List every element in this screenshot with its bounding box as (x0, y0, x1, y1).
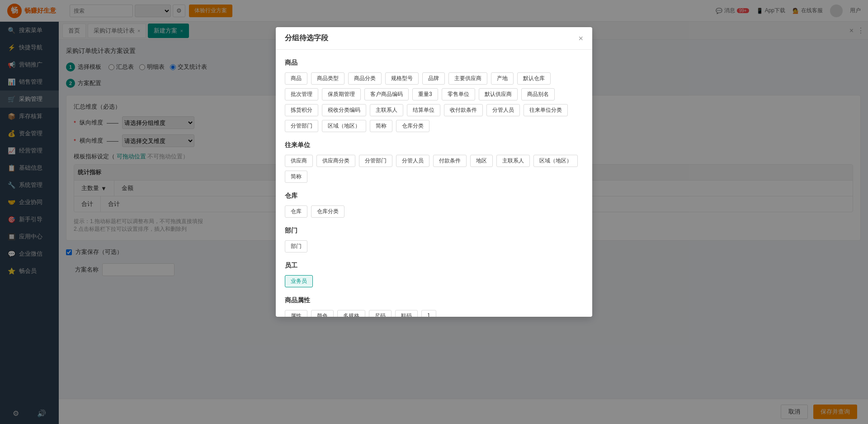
field-tag-settle-unit[interactable]: 结算单位 (407, 104, 440, 116)
field-tag-department[interactable]: 部门 (285, 240, 307, 252)
section-partner-tags: 供应商 供应商分类 分管部门 分管人员 付款条件 地区 主联系人 区域（地区） … (285, 155, 583, 183)
section-employee-title: 员工 (285, 262, 583, 270)
field-tag-partner-category[interactable]: 往来单位分类 (524, 104, 568, 116)
field-tag-payment-terms[interactable]: 收付款条件 (444, 104, 483, 116)
section-warehouse: 仓库 仓库 仓库分类 (285, 192, 583, 218)
section-employee-tags: 业务员 (285, 275, 583, 283)
field-tag-p-short-name[interactable]: 简称 (285, 171, 307, 183)
field-tag-goods-alias[interactable]: 商品别名 (521, 88, 555, 100)
field-tag-warehouse-category[interactable]: 仓库分类 (396, 120, 429, 132)
section-partner: 往来单位 供应商 供应商分类 分管部门 分管人员 付款条件 地区 主联系人 区域… (285, 141, 583, 183)
field-tag-tax-code[interactable]: 税收分类编码 (322, 104, 366, 116)
field-tag-p-dept[interactable]: 分管部门 (359, 155, 392, 167)
modal-body: 商品 商品 商品类型 商品分类 规格型号 品牌 主要供应商 产地 默认仓库 批次… (276, 50, 592, 283)
field-tag-warehouse[interactable]: 仓库 (285, 205, 307, 218)
field-tag-p-region[interactable]: 区域（地区） (533, 155, 578, 167)
field-tag-p-main-contact[interactable]: 主联系人 (496, 155, 530, 167)
field-tag-picking-points[interactable]: 拣货积分 (285, 104, 318, 116)
field-tag-customer-code[interactable]: 客户商品编码 (364, 88, 409, 100)
field-tag-supplier-category[interactable]: 供应商分类 (316, 155, 355, 167)
field-tag-spec-model[interactable]: 规格型号 (385, 72, 419, 85)
field-tag-quality-mgmt[interactable]: 保质期管理 (322, 88, 361, 100)
section-employee: 员工 业务员 (285, 262, 583, 283)
field-tag-origin[interactable]: 产地 (491, 72, 514, 85)
section-goods: 商品 商品 商品类型 商品分类 规格型号 品牌 主要供应商 产地 默认仓库 批次… (285, 59, 583, 132)
modal-header: 分组待选字段 × (276, 27, 592, 50)
field-tag-area[interactable]: 地区 (470, 155, 493, 167)
section-goods-tags: 商品 商品类型 商品分类 规格型号 品牌 主要供应商 产地 默认仓库 批次管理 … (285, 72, 583, 132)
section-department-title: 部门 (285, 227, 583, 235)
section-warehouse-tags: 仓库 仓库分类 (285, 205, 583, 218)
section-department: 部门 部门 (285, 227, 583, 252)
field-tag-short-name[interactable]: 简称 (370, 120, 392, 132)
field-tag-brand[interactable]: 品牌 (422, 72, 445, 85)
field-selection-modal: 分组待选字段 × 商品 商品 商品类型 商品分类 规格型号 品牌 主要供应商 产… (276, 27, 592, 283)
field-tag-goods[interactable]: 商品 (285, 72, 307, 85)
modal-title: 分组待选字段 (285, 33, 328, 43)
field-tag-batch-mgmt[interactable]: 批次管理 (285, 88, 318, 100)
field-tag-default-supplier[interactable]: 默认供应商 (479, 88, 518, 100)
section-goods-title: 商品 (285, 59, 583, 67)
field-tag-default-warehouse[interactable]: 默认仓库 (517, 72, 551, 85)
section-partner-title: 往来单位 (285, 141, 583, 149)
field-tag-region[interactable]: 区域（地区） (322, 120, 366, 132)
modal-overlay: 分组待选字段 × 商品 商品 商品类型 商品分类 规格型号 品牌 主要供应商 产… (0, 0, 868, 283)
field-tag-main-supplier[interactable]: 主要供应商 (448, 72, 487, 85)
field-tag-supplier[interactable]: 供应商 (285, 155, 313, 167)
field-tag-w-category[interactable]: 仓库分类 (311, 205, 344, 218)
field-tag-manager[interactable]: 分管人员 (486, 104, 520, 116)
section-warehouse-title: 仓库 (285, 192, 583, 200)
modal-close-button[interactable]: × (578, 34, 583, 43)
field-tag-goods-type[interactable]: 商品类型 (311, 72, 344, 85)
field-tag-payment-condition[interactable]: 付款条件 (433, 155, 467, 167)
field-tag-sales-person[interactable]: 业务员 (285, 275, 313, 283)
field-tag-dept[interactable]: 分管部门 (285, 120, 318, 132)
field-tag-main-contact[interactable]: 主联系人 (370, 104, 403, 116)
field-tag-goods-category[interactable]: 商品分类 (348, 72, 382, 85)
section-department-tags: 部门 (285, 240, 583, 252)
field-tag-retail-unit[interactable]: 零售单位 (442, 88, 475, 100)
field-tag-p-manager[interactable]: 分管人员 (396, 155, 429, 167)
field-tag-weight[interactable]: 重量3 (412, 88, 438, 100)
